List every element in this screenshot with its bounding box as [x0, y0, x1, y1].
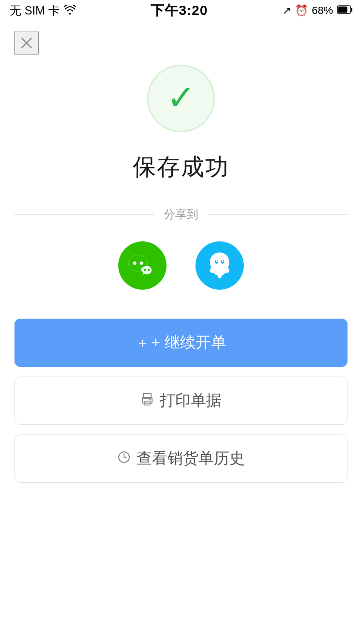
close-icon — [18, 34, 35, 52]
share-divider-section: 分享到 — [14, 207, 348, 222]
status-battery-section: ↗ ⏰ 68% — [282, 4, 352, 17]
divider-line-left — [14, 214, 154, 215]
history-icon — [117, 450, 131, 467]
svg-point-6 — [144, 268, 146, 270]
svg-point-7 — [148, 268, 150, 270]
history-button[interactable]: 查看销货单历史 — [14, 434, 348, 483]
svg-point-10 — [216, 260, 218, 262]
carrier-text: 无 SIM 卡 — [10, 3, 60, 18]
battery-percent: 68% — [312, 4, 333, 17]
qq-share-button[interactable] — [195, 241, 244, 290]
print-label: 打印单据 — [160, 390, 222, 411]
location-icon: ↗ — [282, 4, 291, 17]
alarm-icon: ⏰ — [295, 4, 308, 17]
wifi-icon — [64, 4, 76, 17]
battery-icon — [337, 4, 352, 17]
svg-rect-2 — [338, 7, 347, 13]
status-time: 下午3:20 — [151, 1, 208, 20]
qq-icon — [207, 251, 232, 280]
divider-line-right — [208, 214, 348, 215]
continue-plus-icon: ＋ — [136, 334, 149, 352]
continue-label: + 继续开单 — [151, 332, 226, 353]
svg-point-4 — [133, 261, 137, 265]
wechat-icon — [128, 252, 157, 279]
share-icons-container — [118, 241, 244, 290]
svg-point-5 — [140, 261, 143, 265]
success-title: 保存成功 — [133, 152, 229, 182]
wechat-share-button[interactable] — [118, 241, 167, 290]
print-button[interactable]: 打印单据 — [14, 377, 348, 425]
svg-rect-1 — [351, 8, 352, 12]
main-content: ✓ 保存成功 分享到 — [0, 21, 362, 644]
action-buttons-container: ＋ + 继续开单 打印单据 查看销货单历 — [14, 319, 348, 483]
success-circle: ✓ — [147, 65, 215, 132]
history-label: 查看销货单历史 — [137, 448, 245, 469]
continue-button[interactable]: ＋ + 继续开单 — [14, 319, 348, 367]
checkmark-icon: ✓ — [167, 80, 195, 115]
status-bar: 无 SIM 卡 下午3:20 ↗ ⏰ 68% — [0, 0, 362, 21]
svg-point-15 — [150, 399, 151, 400]
close-button[interactable] — [14, 31, 39, 55]
svg-point-11 — [222, 260, 223, 262]
share-label: 分享到 — [164, 207, 198, 222]
status-carrier: 无 SIM 卡 — [10, 3, 76, 18]
print-icon — [140, 392, 154, 409]
